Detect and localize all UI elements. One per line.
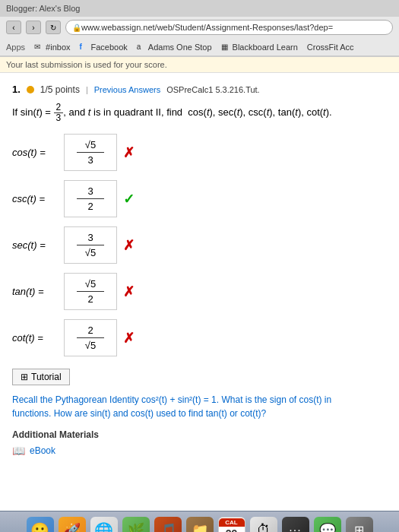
- status-dot: [27, 86, 34, 93]
- dock-grid[interactable]: ⊞: [346, 517, 373, 533]
- points-info: 1/5 points: [40, 84, 80, 95]
- ebook-icon: 📖: [12, 445, 25, 457]
- calendar-date: 29: [226, 527, 238, 532]
- bookmark-crossfit[interactable]: CrossFit Acc: [307, 43, 354, 52]
- address-bar[interactable]: 🔒 www.webassign.net/web/Student/Assignme…: [65, 20, 393, 35]
- cot-label: cot(t) =: [12, 332, 58, 344]
- tutorial-label: Tutorial: [31, 372, 62, 382]
- csc-denominator: 2: [77, 201, 104, 212]
- forward-button[interactable]: ›: [26, 21, 41, 34]
- csc-numerator: 3: [77, 185, 104, 199]
- sec-result-icon: ✗: [123, 237, 135, 254]
- cot-result-icon: ✗: [123, 330, 135, 347]
- dock-finder[interactable]: 😀: [27, 517, 54, 533]
- cot-answer-box: 2 √5: [64, 319, 117, 356]
- tan-line: tan(t) = √5 2 ✗: [12, 273, 387, 310]
- cos-line: cos(t) = √5 3 ✗: [12, 134, 387, 171]
- dock-launchpad[interactable]: 🚀: [59, 517, 86, 533]
- tutorial-icon: ⊞: [21, 372, 28, 382]
- tutorial-button[interactable]: ⊞ Tutorial: [12, 369, 70, 385]
- reload-button[interactable]: ↻: [46, 21, 61, 34]
- question-number: 1.: [12, 84, 21, 95]
- dock-chrome[interactable]: 🌐: [90, 517, 118, 533]
- sec-answer-box: 3 √5: [64, 226, 117, 264]
- cot-line: cot(t) = 2 √5 ✗: [12, 319, 387, 356]
- adams-icon: a: [137, 43, 146, 52]
- sec-label: sec(t) =: [12, 239, 58, 251]
- bookmark-inbox[interactable]: ✉ #inbox: [34, 43, 70, 52]
- bookmarks-bar: Apps ✉ #inbox f Facebook a Adams One Sto…: [0, 38, 399, 56]
- cos-numerator: √5: [77, 139, 104, 153]
- prev-answers-link[interactable]: Previous Answers: [94, 85, 160, 94]
- ebook-link[interactable]: 📖 eBook: [12, 445, 387, 457]
- cos-result-icon: ✗: [123, 144, 135, 161]
- bookmark-facebook[interactable]: f Facebook: [80, 43, 128, 52]
- mac-dock: 😀 🚀 🌐 🌿 🎵 📁 CAL 29 ⏱ ··· 💬 ⊞: [0, 511, 399, 532]
- cot-numerator: 2: [77, 325, 104, 338]
- browser-chrome: Blogger: Alex's Blog ‹ › ↻ 🔒 www.webassi…: [0, 0, 399, 57]
- back-button[interactable]: ‹: [6, 21, 21, 34]
- cot-denominator: √5: [77, 340, 104, 351]
- dock-folder[interactable]: 📁: [186, 517, 214, 533]
- dock-messages[interactable]: 💬: [314, 517, 341, 533]
- sec-line: sec(t) = 3 √5 ✗: [12, 226, 387, 264]
- tab-bar: Blogger: Alex's Blog: [0, 0, 399, 17]
- cos-denominator: 3: [77, 154, 104, 166]
- tan-label: tan(t) =: [12, 286, 58, 297]
- submission-notice: Your last submission is used for your sc…: [0, 57, 399, 73]
- dock-more[interactable]: ···: [282, 517, 309, 533]
- ebook-label: eBook: [30, 445, 55, 456]
- question-header: 1. 1/5 points | Previous Answers OSPreCa…: [12, 79, 387, 95]
- dock-timer[interactable]: ⏱: [250, 517, 277, 533]
- bookmark-adams[interactable]: a Adams One Stop: [137, 43, 212, 52]
- page-content: 1. 1/5 points | Previous Answers OSPreCa…: [0, 73, 399, 511]
- csc-result-icon: ✓: [123, 191, 135, 207]
- csc-line: csc(t) = 3 2 ✓: [12, 180, 387, 217]
- tan-denominator: 2: [77, 293, 104, 305]
- tan-answer-box: √5 2: [64, 273, 117, 310]
- inbox-icon: ✉: [34, 43, 43, 52]
- additional-materials-header: Additional Materials: [12, 429, 387, 440]
- bookmark-apps: Apps: [6, 43, 25, 52]
- csc-answer-box: 3 2: [64, 180, 117, 217]
- bookmark-blackboard[interactable]: ▦ Blackboard Learn: [221, 43, 298, 52]
- dock-calendar[interactable]: CAL 29: [218, 517, 245, 533]
- reference-code: OSPreCalc1 5.3.216.Tut.: [166, 85, 260, 94]
- cos-label: cos(t) =: [12, 147, 58, 158]
- nav-bar: ‹ › ↻ 🔒 www.webassign.net/web/Student/As…: [0, 17, 399, 38]
- sec-denominator: √5: [77, 247, 104, 258]
- question-text: If sin(t) = 23, and t is in quadrant II,…: [12, 103, 387, 123]
- tan-result-icon: ✗: [123, 283, 135, 300]
- csc-label: csc(t) =: [12, 193, 58, 204]
- blackboard-icon: ▦: [221, 43, 230, 52]
- tan-numerator: √5: [77, 278, 104, 292]
- tab-label[interactable]: Blogger: Alex's Blog: [6, 4, 81, 13]
- dock-nature[interactable]: 🌿: [122, 517, 150, 533]
- dock-music[interactable]: 🎵: [154, 517, 182, 533]
- hint-text: Recall the Pythagorean Identity cos²(t) …: [12, 393, 387, 420]
- cos-answer-box: √5 3: [64, 134, 117, 171]
- facebook-icon: f: [80, 43, 89, 52]
- sec-numerator: 3: [77, 232, 104, 245]
